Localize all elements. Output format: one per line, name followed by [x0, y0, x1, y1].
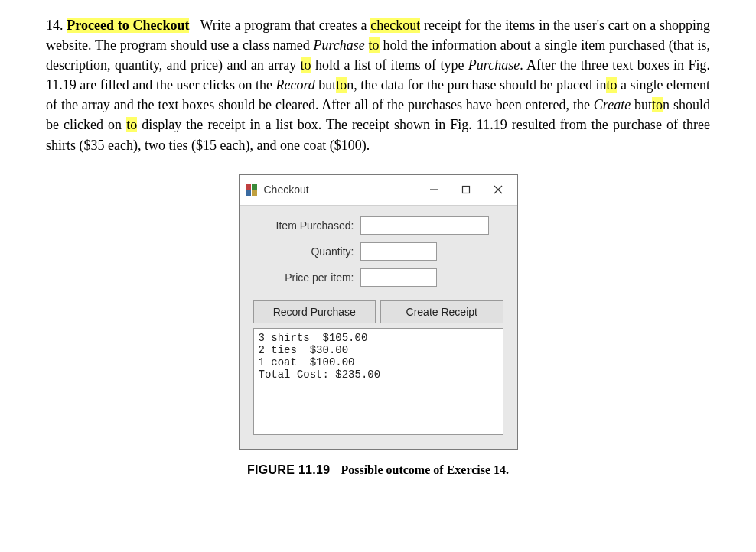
minimize-button[interactable]: [418, 178, 450, 201]
italic-text: Purchase: [468, 57, 520, 73]
window-controls: [418, 178, 514, 201]
quantity-input[interactable]: [360, 242, 437, 261]
body-text: Write a program that creates a: [200, 18, 371, 33]
hl-text: to: [126, 117, 137, 132]
hl-text: to: [301, 57, 311, 73]
hl-text: to: [606, 77, 617, 93]
body-text: n, the data for the purchase should be p…: [347, 77, 606, 93]
figure-container: Checkout Item Purchased: Quantity:: [46, 174, 710, 450]
figure-label: FIGURE 11.19: [247, 463, 331, 476]
button-row: Record Purchase Create Receipt: [253, 300, 503, 323]
price-input[interactable]: [360, 268, 437, 287]
close-icon: [494, 185, 503, 194]
price-row: Price per item:: [253, 268, 503, 287]
item-label: Item Purchased:: [253, 219, 360, 232]
hl-text: to: [652, 97, 663, 112]
item-row: Item Purchased:: [253, 216, 503, 235]
window-body: Item Purchased: Quantity: Price per item…: [240, 206, 517, 449]
record-purchase-button[interactable]: Record Purchase: [253, 300, 376, 323]
quantity-label: Quantity:: [253, 245, 360, 258]
body-text: hold a list of items of type: [311, 57, 468, 73]
body-text: [365, 37, 369, 53]
price-label: Price per item:: [253, 271, 360, 284]
figure-description: Possible outcome of Exercise 14.: [341, 463, 509, 476]
body-text: but: [315, 77, 337, 93]
app-icon: [246, 183, 258, 196]
italic-text: Create: [594, 97, 631, 112]
svg-rect-1: [462, 187, 469, 193]
hl-text: checkout: [370, 18, 420, 33]
body-text: display the receipt in a list box. The r…: [46, 117, 710, 152]
titlebar: Checkout: [240, 175, 517, 206]
figure-caption: FIGURE 11.19 Possible outcome of Exercis…: [46, 463, 710, 477]
hl-text: to: [336, 77, 347, 93]
body-text: but: [631, 97, 652, 112]
window-title: Checkout: [264, 183, 418, 196]
problem-text: 14. Proceed to Checkout Write a program …: [46, 15, 710, 155]
problem-number: 14.: [46, 18, 64, 33]
receipt-listbox[interactable]: 3 shirts $105.00 2 ties $30.00 1 coat $1…: [253, 328, 503, 435]
item-input[interactable]: [360, 216, 489, 235]
hl-text: to: [369, 37, 380, 53]
checkout-window: Checkout Item Purchased: Quantity:: [239, 174, 518, 450]
problem-title: Proceed to Checkout: [67, 18, 189, 33]
minimize-icon: [429, 185, 438, 194]
maximize-icon: [461, 185, 471, 194]
italic-text: Purchase: [313, 37, 364, 53]
close-button[interactable]: [482, 178, 514, 201]
create-receipt-button[interactable]: Create Receipt: [380, 300, 503, 323]
quantity-row: Quantity:: [253, 242, 503, 261]
italic-text: Record: [275, 77, 314, 93]
maximize-button[interactable]: [450, 178, 482, 201]
